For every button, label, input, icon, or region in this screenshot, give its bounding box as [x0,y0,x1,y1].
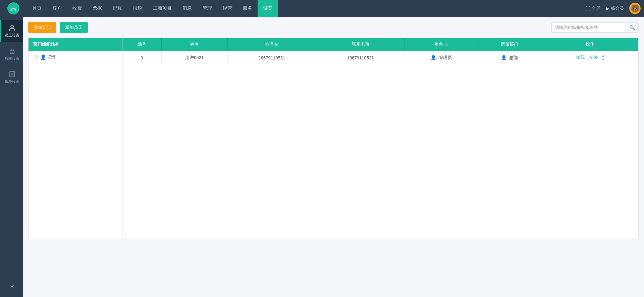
sidebar: 员工设置 权限设置 报税设置 [0,17,23,297]
nav-item-customer[interactable]: 客户 [47,0,67,17]
nav-item-ticket[interactable]: 票据 [87,0,107,17]
nav-right: ⛶ 全屏 ▶ 畅会员 🐻 [586,3,641,14]
col-dept: 所属部门 [478,38,541,51]
svg-point-1 [11,25,13,28]
sidebar-item-download[interactable] [0,278,23,294]
role-user-icon: 👤 [431,55,436,60]
nav-item-operation[interactable]: 经营 [217,0,237,17]
dept-label: 总部 [509,55,518,60]
cell-account: 18679110521 [227,51,316,65]
top-nav: 首页 客户 收费 票据 记账 报税 工商项目 消息 管理 经营 服务 设置 ⛶ … [0,0,644,17]
sidebar-item-taxsettings-label: 报税设置 [5,79,19,84]
avatar[interactable]: 🐻 [629,3,641,14]
search-box: 🔍 [551,22,639,33]
role-label: 管理员 [439,55,452,60]
edit-link[interactable]: 编辑 [576,55,585,60]
download-icon [8,282,16,290]
sidebar-item-permission[interactable]: 权限设置 [0,43,23,65]
scroll-up-icon[interactable]: ▲ [601,54,605,57]
scroll-down-icon[interactable]: ▼ [601,58,605,61]
table-row: 0 用户0521 18679110521 18679110521 👤 管理员 👤… [122,51,638,65]
nav-item-fee[interactable]: 收费 [67,0,87,17]
col-role-label: 角色 [434,42,443,47]
sidebar-item-taxsettings[interactable]: 报税设置 [0,66,23,88]
table-panel: 编号 姓名 账号名 联系电话 角色 ▼ 所属部门 操作 [122,38,638,239]
cell-actions: 编辑 交接 ▲ ▼ [541,51,638,65]
logo [3,2,23,14]
col-id: 编号 [122,38,161,51]
main-panel: 部门组织结构 📄 👤 总部 编号 姓名 账号名 联系电话 [28,38,639,239]
filter-icon: ▼ [445,43,448,46]
taxsettings-icon [8,70,16,78]
employee-icon [8,24,16,32]
member-icon: ▶ [606,6,609,11]
sidebar-item-employee[interactable]: 员工设置 [0,20,23,42]
add-employee-button[interactable]: 添加员工 [60,22,88,33]
main-layout: 员工设置 权限设置 报税设置 [0,17,644,297]
col-account: 账号名 [227,38,316,51]
col-role[interactable]: 角色 ▼ [405,38,478,51]
search-icon: 🔍 [629,25,635,30]
add-dept-button[interactable]: 添加部门 [28,22,56,33]
tree-item-label: 总部 [48,54,57,60]
search-input[interactable] [552,23,626,32]
nav-item-home[interactable]: 首页 [27,0,47,17]
transfer-link[interactable]: 交接 [589,55,598,60]
cell-name: 用户0521 [161,51,227,65]
fullscreen-label: 全屏 [592,5,600,11]
nav-item-settings[interactable]: 设置 [258,0,278,17]
member-btn[interactable]: ▶ 畅会员 [606,5,624,11]
tree-header: 部门组织结构 [29,38,122,51]
col-phone: 联系电话 [316,38,405,51]
cell-id: 0 [122,51,161,65]
nav-items: 首页 客户 收费 票据 记账 报税 工商项目 消息 管理 经营 服务 设置 [27,0,586,17]
file-icon: 📄 [33,55,38,59]
col-actions: 操作 [541,38,638,51]
nav-item-bookkeeping[interactable]: 记账 [107,0,127,17]
tree-panel: 部门组织结构 📄 👤 总部 [29,38,122,239]
col-name: 姓名 [161,38,227,51]
svg-point-3 [11,52,12,53]
nav-item-tax[interactable]: 报税 [127,0,148,17]
sidebar-item-employee-label: 员工设置 [5,33,19,38]
action-bar: 添加部门 添加员工 🔍 [28,22,639,33]
dept-icon-small: 👤 [501,55,506,60]
nav-item-manage[interactable]: 管理 [197,0,217,17]
dept-user-icon: 👤 [40,54,46,60]
permission-icon [8,47,16,55]
fullscreen-btn[interactable]: ⛶ 全屏 [586,5,600,11]
cell-dept: 👤 总部 [478,51,541,65]
scroll-arrows: ▲ ▼ [601,54,605,61]
nav-item-business[interactable]: 工商项目 [148,0,177,17]
content: 添加部门 添加员工 🔍 部门组织结构 📄 👤 总部 [23,17,644,297]
sidebar-item-permission-label: 权限设置 [5,56,19,61]
member-label: 畅会员 [611,5,624,11]
search-button[interactable]: 🔍 [626,23,638,32]
cell-role: 👤 管理员 [405,51,478,65]
employee-table: 编号 姓名 账号名 联系电话 角色 ▼ 所属部门 操作 [122,38,638,65]
tree-item-general[interactable]: 📄 👤 总部 [29,51,122,63]
nav-item-message[interactable]: 消息 [177,0,197,17]
cell-phone: 18679110521 [316,51,405,65]
sidebar-bottom [0,278,23,297]
fullscreen-icon: ⛶ [586,6,590,11]
nav-item-service[interactable]: 服务 [237,0,258,17]
